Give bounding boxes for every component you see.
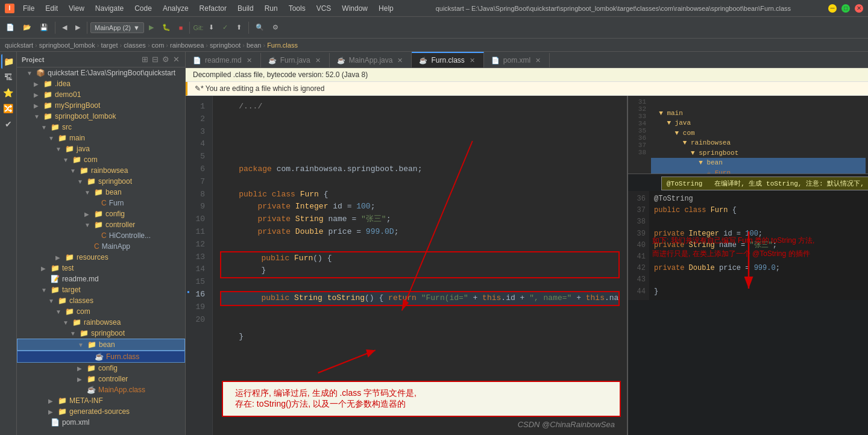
tree-item-furn-class[interactable]: ▶ ☕ Furn.class [17,351,185,363]
menu-run[interactable]: Run [260,3,283,14]
git-label: Git: [193,24,203,31]
tree-item-rainbowsea[interactable]: ▼ 📁 rainbowsea [17,165,185,176]
activity-structure[interactable]: 🏗 [1,70,16,84]
tree-item-com[interactable]: ▼ 📁 com [17,154,185,165]
menu-bar[interactable]: File Edit View Navigate Code Analyze Ref… [18,3,398,14]
menu-vcs[interactable]: VCS [312,3,336,14]
tree-item-resources[interactable]: ▶ 📁 resources [17,252,185,263]
debug-button[interactable]: 🐛 [159,22,174,33]
tree-item-bean-target[interactable]: ▼ 📁 bean [17,339,185,351]
run-button[interactable]: ▶ [145,22,157,33]
tab-furn-class[interactable]: ☕ Furn.class ✕ [412,52,483,67]
classfile-icon: ☕ [87,386,96,394]
panel-settings-icon[interactable]: ⚙ [162,54,170,64]
toolbar-new[interactable]: 📄 [2,22,18,33]
tree-item-src[interactable]: ▼ 📁 src [17,122,185,133]
tree-item-springboot[interactable]: ▼ 📁 springboot [17,176,185,187]
activity-favorites[interactable]: ⭐ [1,86,16,100]
line-num-19: 19 [188,301,210,314]
toolbar-back[interactable]: ◀ [58,22,71,33]
close-button[interactable]: ✕ [855,4,863,13]
tab-furn-java-close[interactable]: ✕ [314,57,322,64]
line-num-11: 11 [188,226,210,239]
tree-item-generated-sources[interactable]: ▶ 📁 generated-sources [17,406,185,417]
menu-edit[interactable]: Edit [40,3,63,14]
tree-item-config-src[interactable]: ▶ 📁 config [17,208,185,219]
tree-item-quickstart[interactable]: ▼ 📦 quickstart E:\Java\SpringBoot\quicks… [17,67,185,78]
tree-item-lombok[interactable]: ▼ 📁 springboot_lombok [17,111,185,122]
tree-item-idea[interactable]: ▶ 📁 .idea [17,78,185,89]
panel-close-icon[interactable]: ✕ [172,54,180,64]
tab-pom[interactable]: 📄 pom.xml ✕ [484,53,550,67]
menu-build[interactable]: Build [233,3,259,14]
menu-navigate[interactable]: Navigate [90,3,128,14]
breadcrumb-lombok[interactable]: springboot_lombok [39,42,95,49]
stop-button[interactable]: ■ [175,22,187,33]
folder-icon: 📁 [43,101,52,110]
breadcrumb-target[interactable]: target [101,42,118,49]
breadcrumb-rainbowsea[interactable]: rainbowsea [170,42,204,49]
tree-item-myspringboot[interactable]: ▶ 📁 mySpringBoot [17,100,185,111]
menu-window[interactable]: Window [337,3,373,14]
search-button[interactable]: 🔍 [252,22,268,33]
tab-mainapp-java[interactable]: ☕ MainApp.java ✕ [330,53,412,67]
tab-readme[interactable]: 📄 readme.md ✕ [186,53,261,67]
git-commit[interactable]: ✓ [219,22,231,33]
tree-item-main[interactable]: ▼ 📁 main [17,133,185,143]
tree-item-bean-src[interactable]: ▼ 📁 bean [17,187,185,198]
tree-item-readme-md[interactable]: ▶ 📝 readme.md [17,274,185,284]
tab-mainapp-close[interactable]: ✕ [396,57,404,64]
menu-tools[interactable]: Tools [284,3,310,14]
menu-code[interactable]: Code [130,3,157,14]
tree-item-meta-inf[interactable]: ▶ 📁 META-INF [17,395,185,406]
menu-help[interactable]: Help [374,3,398,14]
toolbar-open[interactable]: 📂 [19,22,35,33]
menu-analyze[interactable]: Analyze [158,3,193,14]
tree-item-controller-src[interactable]: ▼ 📁 controller [17,219,185,230]
activity-vcs[interactable]: 🔀 [1,101,16,116]
tree-label-test: test [62,264,74,272]
menu-refactor[interactable]: Refactor [195,3,231,14]
tree-item-hicontroller[interactable]: ▶ C HiControlle... [17,230,185,241]
tree-item-classes[interactable]: ▼ 📁 classes [17,295,185,306]
tab-readme-close[interactable]: ✕ [245,57,253,64]
tree-item-config-target[interactable]: ▶ 📁 config [17,363,185,374]
breadcrumb-classes[interactable]: classes [124,42,146,49]
activity-commit[interactable]: ✔ [1,117,16,131]
git-update[interactable]: ⬇ [205,22,218,33]
window-controls[interactable]: ─ □ ✕ [828,4,863,13]
menu-view[interactable]: View [64,3,89,14]
tab-furn-java[interactable]: ☕ Furn.java ✕ [261,53,330,67]
breadcrumb-bean[interactable]: bean [247,42,261,49]
tree-item-furn-java[interactable]: ▶ C Furn [17,198,185,208]
toolbar-save[interactable]: 💾 [36,22,52,33]
activity-project[interactable]: 📁 [1,54,16,69]
tree-item-mainapp-src[interactable]: ▶ C MainApp [17,241,185,252]
panel-collapse-icon[interactable]: ⊟ [151,54,159,64]
settings-button[interactable]: ⚙ [269,22,282,33]
tree-item-test[interactable]: ▶ 📁 test [17,263,185,274]
tree-item-com-target[interactable]: ▼ 📁 com [17,306,185,317]
run-config-dropdown[interactable]: MainApp (2) ▼ [90,22,144,33]
panel-expand-icon[interactable]: ⊞ [141,54,149,64]
tree-item-mainapp-class[interactable]: ▶ ☕ MainApp.class [17,384,185,395]
tree-item-pom[interactable]: ▶ 📄 pom.xml [17,417,185,428]
panel-actions[interactable]: ⊞ ⊟ ⚙ ✕ [141,54,180,64]
menu-file[interactable]: File [18,3,39,14]
breadcrumb-springboot[interactable]: springboot [210,42,241,49]
tree-item-java[interactable]: ▼ 📁 java [17,143,185,154]
tab-pom-close[interactable]: ✕ [534,57,542,64]
toolbar-forward[interactable]: ▶ [72,22,84,33]
tree-item-demo01[interactable]: ▶ 📁 demo01 [17,89,185,100]
tree-item-springboot-target[interactable]: ▼ 📁 springboot [17,328,185,339]
tree-item-target[interactable]: ▼ 📁 target [17,284,185,295]
tab-furn-class-close[interactable]: ✕ [468,57,476,64]
tree-item-rainbowsea-target[interactable]: ▼ 📁 rainbowsea [17,317,185,328]
minimize-button[interactable]: ─ [828,4,837,13]
outer-split: 1 2 3 4 5 6 7 8 9 10 11 12 13 14 [186,96,868,435]
tree-item-controller-target[interactable]: ▶ 📁 controller [17,374,185,384]
breadcrumb-quickstart[interactable]: quickstart [5,42,33,49]
breadcrumb-com[interactable]: com [152,42,165,49]
git-push[interactable]: ⬆ [233,22,245,33]
maximize-button[interactable]: □ [841,4,850,13]
